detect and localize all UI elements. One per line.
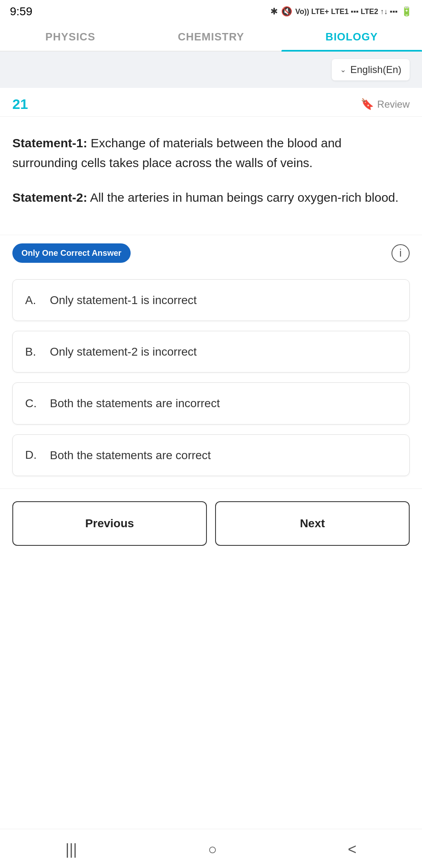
question-header: 21 🔖 Review	[0, 88, 422, 117]
option-b-text: Only statement-2 is incorrect	[50, 344, 197, 360]
status-time: 9:59	[10, 5, 33, 18]
question-number: 21	[12, 96, 28, 112]
bookmark-icon: 🔖	[361, 98, 374, 111]
option-a[interactable]: A. Only statement-1 is incorrect	[12, 279, 410, 321]
back-icon[interactable]: <	[348, 841, 356, 858]
option-c[interactable]: C. Both the statements are incorrect	[12, 382, 410, 424]
statement-1-bold: Statement-1:	[12, 136, 87, 150]
status-bar: 9:59 ✱ 🔇 Vo)) LTE+ LTE1 ▪▪▪ LTE2 ↑↓ ▪▪▪ …	[0, 0, 422, 21]
option-c-letter: C.	[25, 397, 40, 410]
option-d-letter: D.	[25, 448, 40, 462]
language-bar: ⌄ English(En)	[0, 52, 422, 88]
chevron-down-icon: ⌄	[340, 65, 346, 74]
language-selector[interactable]: ⌄ English(En)	[332, 59, 410, 80]
option-d-text: Both the statements are correct	[50, 447, 211, 463]
statement-2-bold: Statement-2:	[12, 191, 87, 204]
navigation-buttons: Previous Next	[0, 488, 422, 558]
battery-icon: 🔋	[401, 6, 412, 17]
next-button[interactable]: Next	[215, 501, 410, 546]
mute-icon: 🔇	[281, 6, 292, 17]
answer-type-badge[interactable]: Only One Correct Answer	[12, 243, 131, 263]
tab-physics[interactable]: PHYSICS	[0, 21, 141, 51]
option-a-text: Only statement-1 is incorrect	[50, 292, 197, 308]
statement-1: Statement-1: Exchange of materials betwe…	[12, 133, 410, 173]
previous-button[interactable]: Previous	[12, 501, 207, 546]
status-icons: ✱ 🔇 Vo)) LTE+ LTE1 ▪▪▪ LTE2 ↑↓ ▪▪▪ 🔋	[270, 6, 412, 17]
bottom-nav-bar: ||| ○ <	[0, 829, 422, 868]
review-button[interactable]: 🔖 Review	[361, 98, 410, 111]
language-label: English(En)	[350, 64, 401, 75]
tab-bar: PHYSICS CHEMISTRY BIOLOGY	[0, 21, 422, 52]
answer-type-row: Only One Correct Answer i	[0, 235, 422, 271]
statement-2-text: All the arteries in human beings carry o…	[87, 191, 399, 204]
option-b[interactable]: B. Only statement-2 is incorrect	[12, 331, 410, 373]
options-container: A. Only statement-1 is incorrect B. Only…	[0, 271, 422, 484]
menu-icon[interactable]: |||	[66, 841, 77, 858]
option-d[interactable]: D. Both the statements are correct	[12, 434, 410, 476]
statement-2: Statement-2: All the arteries in human b…	[12, 188, 410, 208]
option-c-text: Both the statements are incorrect	[50, 395, 220, 411]
option-a-letter: A.	[25, 294, 40, 307]
review-label: Review	[377, 99, 410, 110]
home-icon[interactable]: ○	[208, 841, 217, 858]
tab-chemistry[interactable]: CHEMISTRY	[141, 21, 281, 51]
question-content: Statement-1: Exchange of materials betwe…	[0, 117, 422, 235]
tab-biology[interactable]: BIOLOGY	[281, 21, 422, 51]
bluetooth-icon: ✱	[270, 6, 278, 17]
info-icon[interactable]: i	[392, 244, 410, 262]
signal-lte-icon: Vo)) LTE+ LTE1 ▪▪▪ LTE2 ↑↓ ▪▪▪	[295, 7, 398, 16]
option-b-letter: B.	[25, 345, 40, 359]
